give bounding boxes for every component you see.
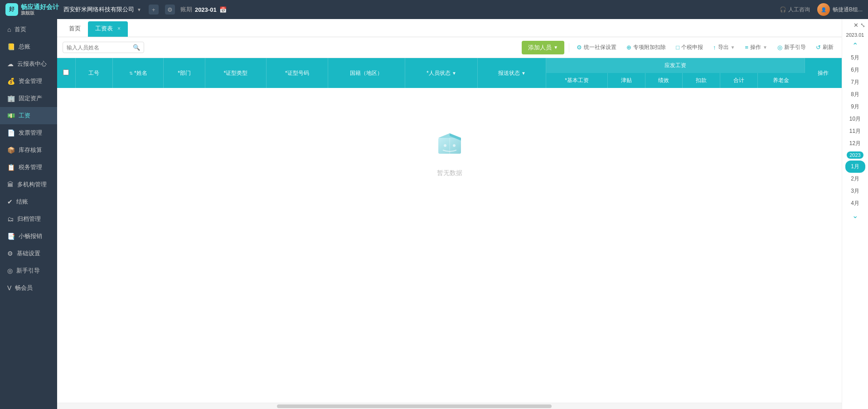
panel-period-value: 2023.01 xyxy=(846,30,864,39)
month-2023-01[interactable]: 1月 xyxy=(845,161,865,173)
sidebar-label-multi: 多机构管理 xyxy=(17,180,47,189)
month-2022-12[interactable]: 12月 xyxy=(845,137,865,150)
th-checkbox[interactable] xyxy=(57,58,75,88)
right-panel: ✕ ⤡ 2023.01 ⌃ 5月 6月 7月 8月 9月 10月 11月 12月… xyxy=(842,19,868,409)
sidebar-item-ledger[interactable]: 📒 总账 xyxy=(0,38,57,55)
add-person-btn[interactable]: 添加人员 ▼ xyxy=(522,41,564,54)
scroll-up-btn[interactable]: ⌃ xyxy=(850,39,860,52)
sidebar-label-expense: 小畅报销 xyxy=(19,232,42,240)
sidebar-label-guide: 新手引导 xyxy=(16,267,40,275)
month-2023-03[interactable]: 3月 xyxy=(845,185,865,197)
sidebar-item-asset[interactable]: 🏢 固定资产 xyxy=(0,90,57,107)
settings-btn[interactable]: ⚙ xyxy=(165,5,175,15)
th-deduction: 扣款 xyxy=(683,73,720,88)
sidebar-label-report: 云报表中心 xyxy=(17,60,47,68)
headset-icon: 🎧 xyxy=(780,6,786,13)
empty-cube-icon xyxy=(432,124,468,161)
month-2022-05[interactable]: 5月 xyxy=(845,52,865,64)
scroll-thumb[interactable] xyxy=(277,404,552,408)
tab-home-label: 首页 xyxy=(69,24,81,33)
operation-btn[interactable]: ≡ 操作 ▼ xyxy=(742,42,771,53)
search-input[interactable] xyxy=(67,44,130,51)
sidebar-item-report[interactable]: ☁ 云报表中心 xyxy=(0,55,57,73)
header-actions: + ⚙ xyxy=(149,5,175,15)
tab-home[interactable]: 首页 xyxy=(62,21,88,37)
th-allowance: 津贴 xyxy=(607,73,645,88)
company-dropdown-arrow: ▼ xyxy=(137,7,141,12)
tax-icon: 📋 xyxy=(7,164,15,171)
export-btn[interactable]: ↑ 导出 ▼ xyxy=(710,42,737,53)
guide-toolbar-icon: ◎ xyxy=(777,44,782,51)
operation-arrow: ▼ xyxy=(763,45,767,50)
month-2022-06[interactable]: 6月 xyxy=(845,64,865,76)
th-nationality: 国籍（地区） xyxy=(328,58,405,88)
month-2023-02[interactable]: 2月 xyxy=(845,173,865,185)
tab-salary[interactable]: 工资表 × xyxy=(88,21,128,37)
special-deduct-icon: ⊕ xyxy=(626,44,631,51)
personal-tax-label: 个税申报 xyxy=(681,44,703,51)
search-icon: 🔍 xyxy=(133,44,140,51)
add-company-btn[interactable]: + xyxy=(149,5,159,15)
th-payroll-group: 应发工资 xyxy=(546,58,805,73)
close-panel-btn[interactable]: ✕ xyxy=(853,22,858,29)
tab-close-btn[interactable]: × xyxy=(117,25,121,32)
sidebar-item-tax[interactable]: 📋 税务管理 xyxy=(0,159,57,176)
guide-toolbar-btn[interactable]: ◎ 新手引导 xyxy=(775,42,809,53)
tab-salary-label: 工资表 xyxy=(95,24,113,33)
guide-icon: ◎ xyxy=(7,267,13,274)
sidebar-item-vip[interactable]: V 畅会员 xyxy=(0,279,57,297)
sidebar-item-invoice[interactable]: 📄 发票管理 xyxy=(0,124,57,141)
sidebar-item-salary[interactable]: 💵 工资 xyxy=(0,107,57,124)
scroll-down-btn[interactable]: ⌄ xyxy=(850,209,860,222)
sidebar-item-guide[interactable]: ◎ 新手引导 xyxy=(0,262,57,279)
year-2023-section: 1月 2月 3月 4月 xyxy=(842,161,868,209)
social-security-icon: ⚙ xyxy=(577,44,582,51)
export-arrow: ▼ xyxy=(731,45,735,50)
th-report-status[interactable]: 报送状态 ▼ xyxy=(478,58,546,88)
search-wrap: 🔍 xyxy=(63,42,144,53)
th-employee-no: 工号 xyxy=(75,58,113,88)
th-department: *部门 xyxy=(164,58,205,88)
scroll-bar-area[interactable] xyxy=(57,403,842,409)
th-pension: 养老金 xyxy=(757,73,805,88)
sidebar-item-settings[interactable]: ⚙ 基础设置 xyxy=(0,245,57,262)
refresh-btn[interactable]: ↺ 刷新 xyxy=(813,42,836,53)
svg-point-3 xyxy=(453,144,456,147)
export-icon: ↑ xyxy=(713,44,716,51)
sidebar-item-archive[interactable]: 🗂 归档管理 xyxy=(0,210,57,228)
expand-panel-btn[interactable]: ⤡ xyxy=(860,22,865,29)
month-2023-04[interactable]: 4月 xyxy=(845,197,865,209)
calendar-icon[interactable]: 📅 xyxy=(219,6,227,13)
special-deduct-btn[interactable]: ⊕ 专项附加扣除 xyxy=(624,42,669,53)
sidebar-item-multi[interactable]: 🏛 多机构管理 xyxy=(0,176,57,193)
sidebar-item-expense[interactable]: 📑 小畅报销 xyxy=(0,228,57,245)
year-2022-section: 5月 6月 7月 8月 9月 10月 11月 12月 xyxy=(842,52,868,150)
human-service-btn[interactable]: 🎧 人工咨询 xyxy=(780,6,810,14)
user-info[interactable]: 👤 畅捷通B组... xyxy=(817,3,863,16)
personal-tax-btn[interactable]: □ 个税申报 xyxy=(673,42,706,53)
divider-1 xyxy=(569,43,569,52)
month-2022-07[interactable]: 7月 xyxy=(845,76,865,88)
th-name[interactable]: ⇅ *姓名 xyxy=(113,58,164,88)
refresh-label: 刷新 xyxy=(823,44,834,51)
th-status[interactable]: *人员状态 ▼ xyxy=(405,58,478,88)
select-all-checkbox[interactable] xyxy=(63,69,69,75)
th-performance: 绩效 xyxy=(645,73,683,88)
personal-tax-icon: □ xyxy=(676,44,679,51)
guide-toolbar-label: 新手引导 xyxy=(784,44,806,51)
month-2022-10[interactable]: 10月 xyxy=(845,113,865,125)
month-2022-09[interactable]: 9月 xyxy=(845,101,865,113)
sidebar-item-home[interactable]: ⌂ 首页 xyxy=(0,21,57,38)
month-2022-08[interactable]: 8月 xyxy=(845,88,865,101)
toolbar: 🔍 添加人员 ▼ ⚙ 统一社保设置 ⊕ 专项附加扣除 □ 个税申报 ↑ xyxy=(57,37,842,58)
sidebar-item-inventory[interactable]: 📦 库存核算 xyxy=(0,141,57,159)
empty-state: 暂无数据 xyxy=(57,88,842,214)
month-2022-11[interactable]: 11月 xyxy=(845,125,865,137)
company-selector[interactable]: 西安虾米网络科技有限公司 ▼ xyxy=(63,5,141,14)
social-security-btn[interactable]: ⚙ 统一社保设置 xyxy=(574,42,619,53)
social-security-label: 统一社保设置 xyxy=(584,44,616,51)
sidebar-item-settle[interactable]: ✔ 结账 xyxy=(0,193,57,210)
th-id-type: *证型类型 xyxy=(205,58,266,88)
th-total: 合计 xyxy=(720,73,758,88)
sidebar-item-fund[interactable]: 💰 资金管理 xyxy=(0,73,57,90)
